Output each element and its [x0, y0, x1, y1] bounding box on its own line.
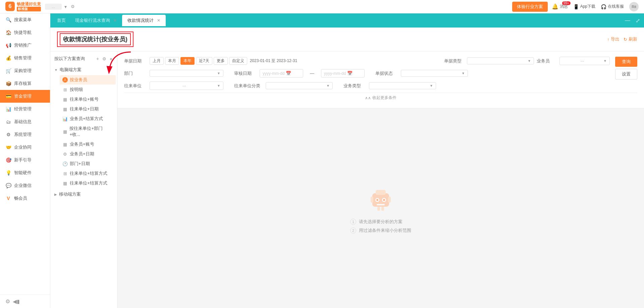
- sidebar-item-sales[interactable]: 💰 销售管理: [0, 52, 50, 64]
- tab-collection-close[interactable]: ✕: [157, 18, 160, 23]
- empty-steps: 1 请先选择要分析的方案 2 用过滤条件来缩小分析范围: [350, 219, 411, 234]
- date-btn-custom[interactable]: 自定义: [229, 57, 247, 65]
- dept-select[interactable]: ▼: [150, 70, 223, 77]
- scheme-item-salesperson[interactable]: 人 按业务员: [60, 75, 116, 85]
- scheme-item-partner-dept[interactable]: ▦ 按往来单位+部门+收...: [60, 124, 116, 139]
- review-date-to[interactable]: yyyy-mm-dd 📅: [321, 69, 365, 78]
- svg-rect-1: [376, 190, 386, 195]
- partner-more[interactable]: ···: [182, 83, 186, 88]
- mobile-section-title: 移动端方案: [59, 191, 81, 197]
- empty-step-2: 2 用过滤条件来缩小分析范围: [350, 227, 411, 234]
- sidebar-settings-btn[interactable]: ⚙: [5, 298, 10, 305]
- doc-status-select[interactable]: ▼: [401, 70, 468, 77]
- tab-collection-stats[interactable]: 收款情况统计 ✕: [122, 15, 166, 26]
- sidebar-item-purchase[interactable]: 🛒 采购管理: [0, 64, 50, 77]
- tab-minimize[interactable]: —: [624, 16, 632, 25]
- sidebar-item-weixin[interactable]: 💬 企业微信: [0, 179, 50, 192]
- sidebar-collapse-btn[interactable]: ◀▮: [13, 298, 20, 305]
- trial-button[interactable]: 体验行业方案: [512, 2, 548, 12]
- scheme-item-partner-account[interactable]: ▦ 往来单位+账号: [60, 95, 116, 104]
- biz-type-select[interactable]: ▼: [369, 82, 436, 89]
- scheme-item-salesperson-account[interactable]: ▦ 业务员+账号: [60, 140, 116, 149]
- scheme-item-salesperson-date[interactable]: ⚙ 业务员+日期: [60, 149, 116, 159]
- tab-bar: 首页 现金银行流水查询 ✕ 收款情况统计 ✕ — ⤢: [50, 13, 644, 28]
- partner-cat-arrow: ▼: [326, 84, 330, 88]
- collapse-filter-btn[interactable]: ∧∧ 收起更多条件: [124, 93, 637, 103]
- date-btn-last-month[interactable]: 上月: [150, 57, 164, 65]
- sidebar-item-finance[interactable]: 💳 资金管理: [0, 90, 50, 103]
- mobile-section: ▶ 移动端方案: [50, 189, 117, 199]
- salesperson-more[interactable]: ···: [581, 58, 584, 63]
- date-btn-7days[interactable]: 近7天: [196, 57, 212, 65]
- doc-status-arrow: ▼: [462, 71, 465, 75]
- date-btn-more[interactable]: 更多: [214, 57, 228, 65]
- doc-type-select[interactable]: ▼: [467, 57, 534, 64]
- left-panel: 按以下方案查询 + ⚙ « ▼ 电脑端方案: [50, 51, 117, 308]
- collab-icon: 🤝: [5, 144, 11, 150]
- sidebar-item-collab[interactable]: 🤝 企业协同: [0, 141, 50, 154]
- scheme-item-detail[interactable]: ⊞ 按明细: [60, 85, 116, 94]
- scheme-item-partner-date[interactable]: ▦ 往来单位+日期: [60, 104, 116, 114]
- tab-maximize[interactable]: ⤢: [634, 16, 641, 25]
- app-download-btn[interactable]: 📱 App下载: [573, 4, 595, 9]
- scheme-item-salesperson-settle[interactable]: 📊 业务员+结算方式: [60, 114, 116, 123]
- sidebar-item-nav[interactable]: 🏠 快捷导航: [0, 26, 50, 39]
- partner-select[interactable]: ··· ▼: [150, 82, 223, 90]
- sidebar-item-search[interactable]: 🔍 搜索菜单: [0, 13, 50, 26]
- sidebar-item-marketing[interactable]: 📢 营销推广: [0, 39, 50, 52]
- step-2-num: 2: [350, 227, 356, 234]
- tab-bank-flow[interactable]: 现金银行流水查询 ✕: [70, 15, 122, 26]
- review-date-from[interactable]: yyyy-mm-dd 📅: [260, 69, 303, 78]
- collapse-panel-btn[interactable]: «: [109, 55, 113, 62]
- sidebar-item-operation[interactable]: 📊 经营管理: [0, 103, 50, 115]
- clock-icon: 🕐: [62, 161, 68, 166]
- online-service-btn[interactable]: 🎧 在线客服: [601, 4, 624, 9]
- tab-bank-close[interactable]: ✕: [113, 18, 117, 23]
- scheme-item-partner-settle1[interactable]: ⊞ 往来单位+结算方式: [60, 169, 116, 178]
- scheme-item-partner-settle2[interactable]: ▦ 往来单位+结算方式: [60, 178, 116, 188]
- empty-state: 1 请先选择要分析的方案 2 用过滤条件来缩小分析范围: [337, 170, 425, 247]
- home-icon: 🏠: [5, 30, 11, 36]
- export-btn[interactable]: ↑ 导出: [607, 36, 620, 42]
- tab-bar-end: — ⤢: [624, 16, 641, 25]
- refresh-btn[interactable]: ↻ 刷新: [624, 36, 637, 42]
- sidebar-item-member[interactable]: V 畅会员: [0, 192, 50, 205]
- sidebar-item-inventory[interactable]: 📦 库存核算: [0, 77, 50, 90]
- user-avatar[interactable]: Rit: [629, 2, 639, 11]
- partner-category-select[interactable]: ▼: [266, 82, 333, 89]
- empty-illustration: [366, 183, 396, 213]
- salesperson-arrow: ▼: [603, 59, 607, 63]
- date-btn-this-year[interactable]: 本年: [180, 57, 195, 65]
- pc-section-header[interactable]: ▼ 电脑端方案: [50, 65, 117, 75]
- svg-rect-7: [371, 197, 373, 203]
- review-date-label: 审核日期: [234, 70, 254, 76]
- svg-point-5: [383, 199, 385, 201]
- purchase-icon: 🛒: [5, 68, 11, 74]
- sidebar-item-guide[interactable]: 🎯 新手引导: [0, 154, 50, 166]
- date-label: 单据日期: [124, 58, 144, 64]
- filter-right-actions: 查询 设置: [610, 57, 637, 80]
- salesperson-select[interactable]: ··· ▼: [559, 57, 610, 65]
- date-btn-this-month[interactable]: 本月: [165, 57, 179, 65]
- chevron-up-icon: ∧∧: [365, 96, 371, 100]
- tab-home[interactable]: 首页: [53, 15, 70, 26]
- salesperson-label: 业务员: [537, 58, 557, 64]
- empty-step-1: 1 请先选择要分析的方案: [350, 219, 411, 225]
- doc-type-arrow: ▼: [528, 59, 531, 63]
- scheme-item-dept-date[interactable]: 🕐 部门+日期: [60, 159, 116, 168]
- doc-type-label: 单据类型: [444, 58, 464, 64]
- set-button[interactable]: 设置: [615, 69, 637, 80]
- sidebar-item-system[interactable]: ⚙ 系统管理: [0, 128, 50, 141]
- messages-btn[interactable]: 🔔 消息 99+: [552, 3, 568, 10]
- sidebar-item-basic[interactable]: 🗂 基础信息: [0, 115, 50, 128]
- sidebar-bottom: ⚙ ◀▮: [0, 295, 50, 308]
- breadcrumb-dropdown[interactable]: ▾: [64, 4, 67, 9]
- add-scheme-btn[interactable]: +: [96, 55, 100, 62]
- mobile-section-header[interactable]: ▶ 移动端方案: [50, 189, 117, 199]
- query-button[interactable]: 查询: [615, 57, 637, 67]
- finance-icon: 💳: [5, 93, 11, 99]
- step-1-num: 1: [350, 219, 356, 225]
- scheme-settings-btn[interactable]: ⚙: [102, 56, 107, 62]
- sidebar-item-hardware[interactable]: 💡 智能硬件: [0, 166, 50, 179]
- settings-icon[interactable]: ⚙: [71, 4, 75, 9]
